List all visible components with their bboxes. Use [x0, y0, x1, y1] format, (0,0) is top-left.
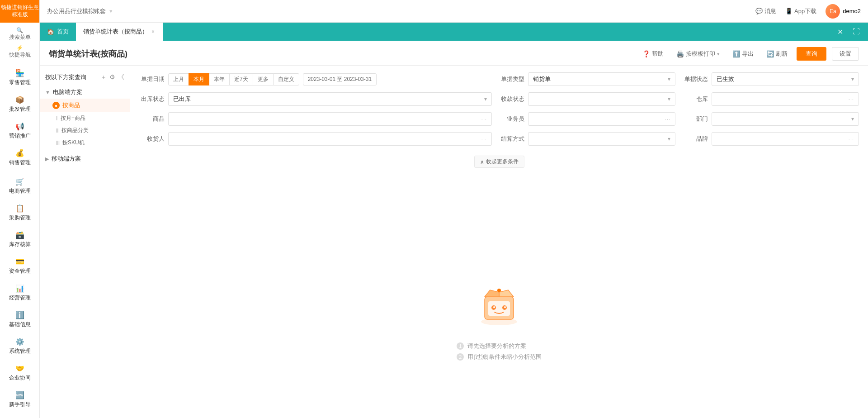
tip-num-1: 1 [457, 342, 464, 350]
tab-bar: 🏠 首页 销货单统计表（按商品） × ✕ ⛶ [40, 23, 868, 41]
dept-select[interactable]: ▾ [712, 112, 859, 126]
date-range-input[interactable]: 2023-03-01 至 2023-03-31 [303, 73, 377, 86]
status-label: 单据状态 [683, 75, 708, 83]
type-arrow-icon: ▾ [668, 76, 670, 82]
dept-arrow: ▾ [851, 116, 854, 122]
scheme-item-by-sku[interactable]: Ⅲ 按SKU机 [40, 137, 130, 149]
scheme-collapse-btn[interactable]: 《 [118, 73, 124, 81]
app-logo: 畅捷进销好生意 标准版 [0, 0, 39, 23]
payment-status-select[interactable]: ▾ [528, 92, 675, 106]
scheme-settings-btn[interactable]: ⚙ [109, 73, 115, 81]
print-icon: 🖨️ [676, 50, 684, 57]
help-btn[interactable]: ❓ 帮助 [639, 48, 667, 60]
search-menu[interactable]: 🔍 搜索菜单 [0, 23, 39, 44]
scheme-group-mobile: ▶ 移动端方案 [40, 151, 130, 167]
breadcrumb: 办公用品行业模拟账套 ▾ [47, 7, 755, 15]
tab-close-all-btn[interactable]: ✕ [834, 25, 846, 38]
sidebar-item-guide[interactable]: 🆕 新手引导 [0, 386, 39, 413]
date-pill-last7days[interactable]: 近7天 [229, 73, 253, 86]
filter-row-2: 出库状态 已出库 ▾ 收款状态 ▾ [139, 92, 859, 106]
sidebar-item-finance[interactable]: 💳 资金管理 [0, 253, 39, 280]
refresh-btn[interactable]: 🔄 刷新 [763, 48, 791, 60]
filter-row-1: 单据日期 上月 本月 本年 近7天 更多 自定义 20 [139, 72, 859, 86]
scheme-group-pc-title[interactable]: ▼ 电脑端方案 [40, 86, 130, 99]
tab-expand-btn[interactable]: ⛶ [850, 25, 863, 38]
template-print-btn[interactable]: 🖨️ 按模板打印 ▾ [673, 48, 723, 60]
filter-row-3: 商品 ··· 业务员 ··· [139, 112, 859, 126]
scheme-group-pc: ▼ 电脑端方案 ● 按商品 Ⅰ 按月+商品 Ⅱ 按商品分类 [40, 84, 130, 151]
svg-point-6 [504, 306, 506, 308]
tab-stats[interactable]: 销货单统计表（按商品） × [76, 23, 163, 41]
quick-nav[interactable]: ⚡ 快捷导航 [0, 44, 39, 62]
brand-label: 品牌 [683, 135, 708, 143]
scheme-add-btn[interactable]: ＋ [100, 73, 107, 81]
query-button[interactable]: 查询 [797, 47, 826, 61]
tab-close-btn[interactable]: × [151, 28, 156, 36]
app-download-btn[interactable]: 📱 App下载 [785, 7, 816, 15]
settings-button[interactable]: 设置 [832, 47, 859, 61]
date-pill-more[interactable]: 更多 [253, 73, 274, 86]
tip-num-2: 2 [457, 353, 464, 361]
filter-warehouse-status: 出库状态 已出库 ▾ [139, 92, 492, 106]
right-panel: 单据日期 上月 本月 本年 近7天 更多 自定义 20 [130, 66, 868, 418]
type-select[interactable]: 销货单 ▾ [528, 72, 675, 86]
collapse-btn[interactable]: ∧ 收起更多条件 [474, 156, 524, 168]
sidebar-item-purchase[interactable]: 📋 采购管理 [0, 200, 39, 226]
sidebar-item-inventory[interactable]: 🗃️ 库存核算 [0, 226, 39, 253]
sidebar-item-apps[interactable]: 🔲 应用中心 [0, 413, 39, 418]
guide-icon: 🆕 [15, 391, 24, 399]
scheme-group-mobile-title[interactable]: ▶ 移动端方案 [40, 152, 130, 165]
date-pill-this-year[interactable]: 本年 [209, 73, 230, 86]
sidebar-item-marketing[interactable]: 📢 营销推广 [0, 118, 39, 144]
empty-illustration [472, 279, 526, 333]
date-pills: 上月 本月 本年 近7天 更多 自定义 [168, 73, 299, 86]
filter-area: 单据日期 上月 本月 本年 近7天 更多 自定义 20 [130, 66, 868, 221]
filter-payment-status: 收款状态 ▾ [499, 92, 675, 106]
empty-tip-1: 1 请先选择要分析的方案 [457, 342, 541, 350]
breadcrumb-arrow: ▾ [109, 8, 113, 14]
sidebar-item-wholesale[interactable]: 📦 批发管理 [0, 91, 39, 118]
sidebar-item-corp[interactable]: 🤝 企业协同 [0, 360, 39, 386]
payment-method-arrow: ▾ [668, 136, 670, 142]
payment-method-select[interactable]: ▾ [528, 132, 675, 146]
avatar: Ea [826, 4, 840, 19]
scheme-panel-actions: ＋ ⚙ 《 [100, 73, 124, 81]
scheme-item-by-product[interactable]: ● 按商品 [40, 99, 130, 112]
svg-point-8 [497, 289, 501, 292]
export-btn[interactable]: ⬆️ 导出 [729, 48, 757, 60]
scheme-item-by-month-product[interactable]: Ⅰ 按月+商品 [40, 112, 130, 124]
user-menu[interactable]: Ea demo2 [826, 4, 861, 19]
sidebar-item-system[interactable]: ⚙️ 系统管理 [0, 333, 39, 360]
payment-status-label: 收款状态 [499, 95, 524, 103]
date-pill-this-month[interactable]: 本月 [189, 73, 209, 86]
filter-status: 单据状态 已生效 ▾ [683, 72, 859, 86]
receiver-select[interactable]: ··· [168, 132, 492, 146]
product-more-icon: ··· [481, 116, 487, 122]
sidebar-item-basic[interactable]: ℹ️ 基础信息 [0, 306, 39, 333]
warehouse-select[interactable]: ··· [712, 92, 859, 106]
brand-more-icon: ··· [849, 136, 854, 142]
scheme-panel: 按以下方案查询 ＋ ⚙ 《 ▼ 电脑端方案 ● 按商品 [40, 66, 130, 418]
warehouse-status-select[interactable]: 已出库 ▾ [168, 92, 492, 106]
brand-select[interactable]: ··· [712, 132, 859, 146]
date-pill-last-month[interactable]: 上月 [168, 73, 189, 86]
product-select[interactable]: ··· [168, 112, 492, 126]
sidebar-item-operations[interactable]: 📊 经营管理 [0, 280, 39, 306]
page-title-row: 销货单统计表(按商品) ❓ 帮助 🖨️ 按模板打印 ▾ ⬆️ 导出 [49, 47, 859, 61]
sidebar: 畅捷进销好生意 标准版 🔍 搜索菜单 ⚡ 快捷导航 🏪 零售管理 📦 批发管理 … [0, 0, 40, 418]
message-btn[interactable]: 💬 消息 [755, 7, 776, 15]
date-pill-custom[interactable]: 自定义 [273, 73, 299, 86]
salesperson-select[interactable]: ··· [528, 112, 675, 126]
sidebar-item-ecom[interactable]: 🛒 电商管理 [0, 173, 39, 200]
breadcrumb-text: 办公用品行业模拟账套 [47, 7, 106, 15]
tab-home[interactable]: 🏠 首页 [40, 23, 76, 41]
status-select[interactable]: 已生效 ▾ [712, 72, 859, 86]
sidebar-item-retail[interactable]: 🏪 零售管理 [0, 64, 39, 91]
message-icon: 💬 [755, 8, 763, 14]
inventory-icon: 🗃️ [15, 231, 24, 239]
main-area: 办公用品行业模拟账套 ▾ 💬 消息 📱 App下载 Ea demo2 🏠 首页 [40, 0, 868, 418]
sidebar-item-sales[interactable]: 💰 销售管理 [0, 144, 39, 171]
filter-date: 单据日期 上月 本月 本年 近7天 更多 自定义 20 [139, 73, 492, 86]
scheme-item-by-product-category[interactable]: Ⅱ 按商品分类 [40, 124, 130, 137]
filter-brand: 品牌 ··· [683, 132, 859, 146]
